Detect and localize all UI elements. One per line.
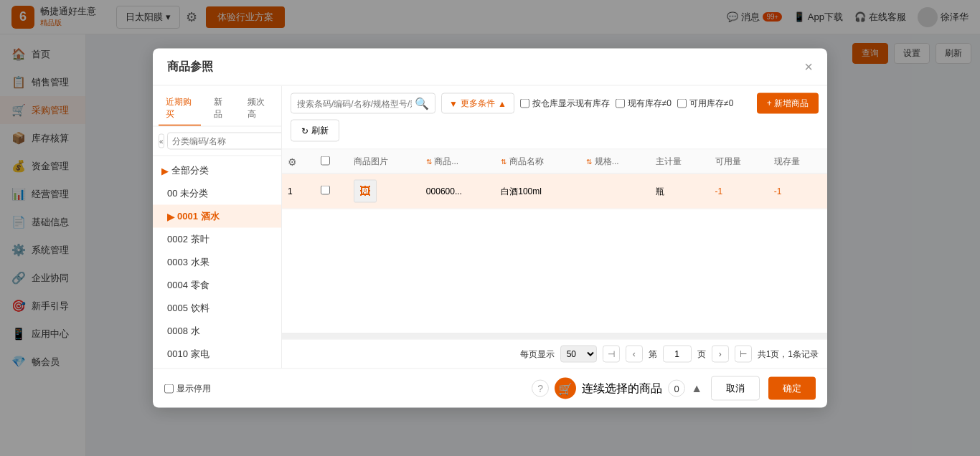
- category-item-0004[interactable]: 0004 零食: [153, 274, 281, 297]
- add-product-button[interactable]: + 新增商品: [757, 93, 819, 114]
- sort-icon[interactable]: ⇅: [426, 158, 432, 166]
- refresh-label: 刷新: [311, 125, 329, 137]
- selected-count-badge: 0: [668, 380, 685, 397]
- filter-button[interactable]: ▼ 更多条件 ▲: [441, 93, 514, 114]
- sort-icon[interactable]: ⇅: [501, 158, 507, 166]
- warehouse-checkbox-label[interactable]: 按仓库显示现有库存: [520, 98, 610, 110]
- available-ne0-checkbox[interactable]: [677, 99, 687, 108]
- table-row[interactable]: 1 🖼 000600... 白酒100ml: [282, 174, 827, 209]
- table-settings-icon[interactable]: ⚙: [288, 156, 297, 167]
- category-item-0005[interactable]: 0005 饮料: [153, 297, 281, 320]
- tab-new-product[interactable]: 新品: [207, 92, 235, 126]
- category-label: 0005 饮料: [167, 302, 209, 315]
- refresh-product-button[interactable]: ↻ 刷新: [291, 120, 339, 142]
- stock-ne0-checkbox[interactable]: [616, 99, 625, 108]
- current-page-input[interactable]: [663, 346, 692, 363]
- tab-high-frequency[interactable]: 频次高: [240, 92, 275, 126]
- select-all-checkbox[interactable]: [321, 156, 330, 165]
- modal-footer: 显示停用 ? 🛒 连续选择的商品 0 ▲ 取消 确定: [153, 369, 827, 408]
- chevron-up-icon: ▲: [498, 98, 507, 108]
- modal-body: 近期购买 新品 频次高 « 🔍 ▶ 全部分类 00 未分类 ▶ 000: [153, 86, 827, 369]
- category-label: 0008 水: [167, 325, 200, 338]
- cart-icon: 🛒: [558, 381, 573, 395]
- page-suffix: 页: [697, 348, 706, 360]
- cell-name: 白酒100ml: [495, 174, 580, 209]
- next-page-button[interactable]: ›: [712, 346, 729, 363]
- category-item-0001[interactable]: ▶ 0001 酒水: [153, 205, 281, 228]
- display-disabled-checkbox-label[interactable]: 显示停用: [164, 382, 211, 394]
- filter-label: 更多条件: [461, 98, 495, 110]
- th-image: 商品图片: [348, 150, 420, 174]
- page-size-select[interactable]: 2050100: [560, 346, 597, 363]
- th-stock: 现存量: [768, 150, 827, 174]
- footer-cart-area: ? 🛒 连续选择的商品 0 ▲: [532, 378, 702, 399]
- product-toolbar: 🔍 ▼ 更多条件 ▲ 按仓库显示现有库存 现有库存≠0 可用库存≠0: [282, 86, 827, 150]
- category-item-0008[interactable]: 0008 水: [153, 320, 281, 343]
- sort-icon[interactable]: ⇅: [586, 158, 592, 166]
- pagination: 每页显示 2050100 ⊣ ‹ 第 页 › ⊢ 共1页，1条记录: [282, 339, 827, 369]
- filter-icon: ▼: [449, 98, 458, 108]
- th-spec: ⇅ 规格...: [580, 150, 650, 174]
- th-unit: 主计量: [650, 150, 709, 174]
- confirm-button[interactable]: 确定: [768, 377, 816, 400]
- category-item-00[interactable]: 00 未分类: [153, 182, 281, 205]
- th-available: 可用量: [710, 150, 768, 174]
- stock-ne0-text: 现有库存≠0: [628, 98, 672, 110]
- category-label: 全部分类: [171, 164, 209, 177]
- modal-header: 商品参照 ×: [153, 49, 827, 86]
- category-item-all[interactable]: ▶ 全部分类: [153, 159, 281, 182]
- stock-ne0-checkbox-label[interactable]: 现有库存≠0: [616, 98, 672, 110]
- selected-count: 0: [674, 383, 679, 394]
- category-label: 0001 酒水: [177, 210, 220, 223]
- category-item-0003[interactable]: 0003 水果: [153, 251, 281, 274]
- expand-icon: ▶: [167, 211, 174, 222]
- category-label: 0010 家电: [167, 348, 209, 361]
- category-list: ▶ 全部分类 00 未分类 ▶ 0001 酒水 0002 茶叶 0003 水果: [153, 156, 281, 369]
- th-name: ⇅ 商品名称: [495, 150, 580, 174]
- tab-recent-purchase[interactable]: 近期购买: [159, 92, 201, 126]
- refresh-icon: ↻: [301, 125, 308, 136]
- prev-page-button[interactable]: ‹: [626, 346, 643, 363]
- product-panel: 🔍 ▼ 更多条件 ▲ 按仓库显示现有库存 现有库存≠0 可用库存≠0: [282, 86, 827, 369]
- display-disabled-label: 显示停用: [176, 382, 211, 394]
- page-label: 第: [649, 348, 657, 360]
- cell-index: 1: [282, 174, 315, 209]
- product-image: 🖼: [354, 180, 377, 203]
- help-icon[interactable]: ?: [532, 380, 549, 397]
- category-item-0002[interactable]: 0002 茶叶: [153, 228, 281, 251]
- row-checkbox[interactable]: [321, 186, 330, 195]
- selected-products-label: 连续选择的商品: [582, 381, 662, 396]
- modal-close-button[interactable]: ×: [804, 59, 813, 75]
- warehouse-checkbox[interactable]: [520, 99, 529, 108]
- search-icon[interactable]: 🔍: [415, 97, 429, 110]
- cell-stock: -1: [768, 174, 827, 209]
- category-label: 0004 零食: [167, 279, 209, 292]
- page-size-label: 每页显示: [520, 348, 555, 360]
- first-page-button[interactable]: ⊣: [603, 346, 620, 363]
- th-settings: ⚙: [282, 150, 315, 174]
- expand-icon: ▶: [161, 165, 169, 176]
- collapse-button[interactable]: «: [159, 134, 164, 148]
- footer-collapse-icon[interactable]: ▲: [691, 382, 702, 395]
- category-label: 00 未分类: [167, 187, 208, 200]
- cell-checkbox: [315, 174, 348, 209]
- category-search-input[interactable]: [167, 133, 282, 150]
- total-label: 共1页，1条记录: [758, 348, 819, 360]
- product-search-input[interactable]: [297, 98, 412, 108]
- category-label: 0002 茶叶: [167, 233, 209, 246]
- cell-unit: 瓶: [650, 174, 709, 209]
- available-ne0-checkbox-label[interactable]: 可用库存≠0: [677, 98, 733, 110]
- category-item-0010[interactable]: 0010 家电: [153, 343, 281, 366]
- th-code: ⇅ 商品...: [420, 150, 495, 174]
- display-disabled-checkbox[interactable]: [164, 384, 174, 393]
- warehouse-checkbox-text: 按仓库显示现有库存: [532, 98, 610, 110]
- last-page-button[interactable]: ⊢: [735, 346, 752, 363]
- cancel-button[interactable]: 取消: [711, 376, 760, 401]
- horizontal-scrollbar[interactable]: [282, 333, 827, 339]
- category-tabs: 近期购买 新品 频次高: [153, 86, 281, 127]
- category-search-row: « 🔍: [153, 127, 281, 156]
- products-table: ⚙ 商品图片 ⇅ 商品... ⇅: [282, 150, 827, 209]
- product-table: ⚙ 商品图片 ⇅ 商品... ⇅: [282, 150, 827, 333]
- modal-title: 商品参照: [167, 60, 213, 75]
- cart-button[interactable]: 🛒: [555, 378, 576, 399]
